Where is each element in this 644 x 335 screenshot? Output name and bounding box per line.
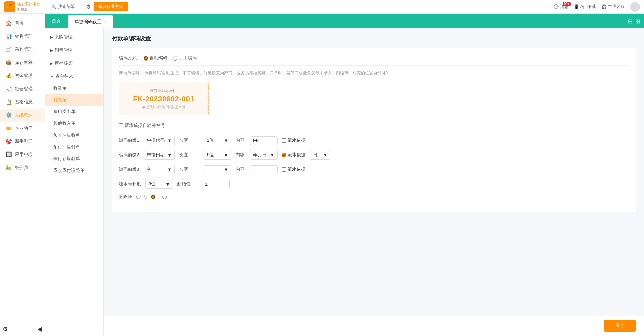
length2-select[interactable]: 8位 ▼ [204,150,231,160]
separator-none-radio[interactable] [136,195,141,199]
message-btn[interactable]: 💬 消息 99+ [554,4,568,10]
search-menu[interactable]: 🔍 搜索菜单 [51,4,75,10]
serial3-checkbox[interactable]: 流水依据 [282,166,306,173]
sidebar-nav: 🏠 首页 📊 销售管理 🛒 采购管理 📦 库存核算 💰 资金管理 📈 经 [0,14,45,323]
preview-sub: 单据代码-单据日期-流水号 [127,104,200,110]
sales-icon: 📊 [6,33,12,39]
online-service-btn[interactable]: 🎧 在线客服 [602,4,625,10]
sidebar-item-operation[interactable]: 📈 经营管理 [0,82,45,95]
experience-btn[interactable]: 体验行业方案 [94,2,128,11]
message-badge: 99+ [563,2,571,6]
prefix3-value: 空 [147,166,151,173]
auto-fill-input[interactable] [119,123,123,128]
manual-encode-radio[interactable] [173,56,177,61]
sidebar-item-label-guide: 新手引导 [15,138,33,145]
home-icon: 🏠 [6,20,12,26]
panel-item-adjust[interactable]: 应收应付调整单 [45,165,103,176]
group-fund-title[interactable]: ▼ 资金往来 [45,71,103,82]
topbar: 🍊 畅捷通好生意 旗舰版 🔍 搜索菜单 ⚙ 体验行业方案 💬 消息 99+ 📱 … [0,0,644,14]
length2-label: 长度 [179,152,200,158]
app-download-label: App下载 [580,4,596,10]
sidebar-item-app[interactable]: 🔲 应用中心 [0,148,45,161]
encoding-method-label: 编码方式 [119,55,137,61]
auto-encode-radio[interactable] [144,56,148,61]
length3-label: 长度 [179,166,200,173]
length1-select[interactable]: 2位 ▼ [204,136,231,145]
separator-dot-option[interactable]: · [151,194,158,199]
length1-chevron: ▼ [224,138,228,143]
prefix2-select[interactable]: 单据日期 ▼ [144,150,175,160]
sidebar-item-basic[interactable]: 📋 基础信息 [0,95,45,109]
content3-input[interactable] [250,165,278,174]
manual-encode-option[interactable]: 手工编码 [173,55,197,61]
sidebar-item-collab[interactable]: 🤝 企业协同 [0,122,45,135]
length3-select[interactable]: ▼ [204,165,231,174]
tab-minimize-icon[interactable]: ⊟ [628,18,633,25]
unit2-select[interactable]: 日 ▼ [310,150,330,160]
sidebar-item-purchase[interactable]: 🛒 采购管理 [0,43,45,56]
service-icon: 🎧 [602,4,607,9]
sidebar-item-sales[interactable]: 📊 销售管理 [0,30,45,43]
panel-item-bank[interactable]: 银行存取款单 [45,153,103,165]
sidebar-item-label-home: 首页 [15,20,24,26]
auto-encode-option[interactable]: 自动编码 [144,55,167,61]
group-stock-label: 库存核算 [55,60,73,66]
tab-expand-icon[interactable]: ⊞ [635,18,640,25]
settings-icon[interactable]: ⚙ [86,3,91,10]
group-purchase-label: 采购管理 [55,34,73,40]
group-stock-title[interactable]: ▶ 库存核算 [45,57,103,69]
content1-input[interactable] [250,136,278,145]
tab-home[interactable]: 首页 [45,14,68,28]
panel-item-expense[interactable]: 费用支出单 [45,106,103,118]
content1-label: 内容 [236,137,246,143]
topbar-right: 💬 消息 99+ 📱 App下载 🎧 在线客服 [554,2,640,12]
start-value-input[interactable] [202,180,230,188]
separator-dot-radio[interactable] [151,195,155,199]
tab-bar: 首页 单据编码设置 × ⊟ ⊞ [45,14,644,28]
settings-card: 编码方式 自动编码 手工编码 [112,48,636,212]
app-download-btn[interactable]: 📱 App下载 [574,4,596,10]
tab-settings[interactable]: 单据编码设置 × [68,15,113,28]
sidebar-item-finance[interactable]: 💰 资金管理 [0,69,45,82]
app-icon: 📱 [574,4,579,9]
auto-fill-row: 新增单据自动补空号 [119,122,629,129]
panel-item-prepay-recv[interactable]: 预收冲应收单 [45,129,103,141]
serial1-checkbox[interactable]: 流水依据 [282,137,306,143]
prefix2-value: 单据日期 [147,152,165,158]
member-icon: 👑 [6,165,12,171]
serial3-input[interactable] [282,167,286,172]
serial1-input[interactable] [282,138,286,143]
auto-fill-checkbox[interactable]: 新增单据自动补空号 [119,122,165,129]
separator-dash-radio[interactable] [162,195,167,199]
sidebar-item-inventory[interactable]: 📦 库存核算 [0,56,45,69]
sidebar-item-guide[interactable]: 🎯 新手引导 [0,135,45,148]
panel-item-payment[interactable]: 付款单 [45,94,103,106]
serial-row: 流水号长度 3位 ▼ 起始值 [119,179,629,189]
serial3-label: 流水依据 [288,166,306,173]
tab-close-icon[interactable]: × [104,19,106,24]
separator-dash-option[interactable]: · [162,194,170,199]
group-sales-title[interactable]: ▶ 销售管理 [45,44,103,56]
serial2-input[interactable] [282,153,286,157]
user-avatar[interactable] [630,2,640,12]
separator-none-option[interactable]: 无 [136,194,147,200]
encoding-method-row: 编码方式 自动编码 手工编码 [119,55,629,66]
group-purchase-title[interactable]: ▶ 采购管理 [45,31,103,43]
serial2-checkbox[interactable]: 流水依据 [282,152,306,158]
panel-item-income[interactable]: 其他收入单 [45,118,103,129]
panel-item-prepay-pay[interactable]: 预付冲应付单 [45,141,103,153]
prefix3-select[interactable]: 空 ▼ [144,165,175,174]
save-button[interactable]: 保存 [604,320,636,332]
prefix1-select[interactable]: 单据代码 ▼ [144,136,175,145]
sidebar-item-system[interactable]: ⚙️ 系统管理 [0,109,45,122]
sidebar-item-member[interactable]: 👑 畅会员 [0,161,45,174]
length1-value: 2位 [207,137,214,143]
sidebar-item-home[interactable]: 🏠 首页 [0,17,45,30]
sidebar-item-label-operation: 经营管理 [15,86,33,92]
serial-length-select[interactable]: 3位 ▼ [145,179,173,189]
settings-bottom-icon[interactable]: ⚙ [3,326,8,332]
panel-item-receipt[interactable]: 收款单 [45,82,103,94]
search-icon: 🔍 [51,4,57,9]
collapse-icon[interactable]: ◀ [38,326,42,332]
content2-select[interactable]: 年月日 ▼ [250,150,278,160]
